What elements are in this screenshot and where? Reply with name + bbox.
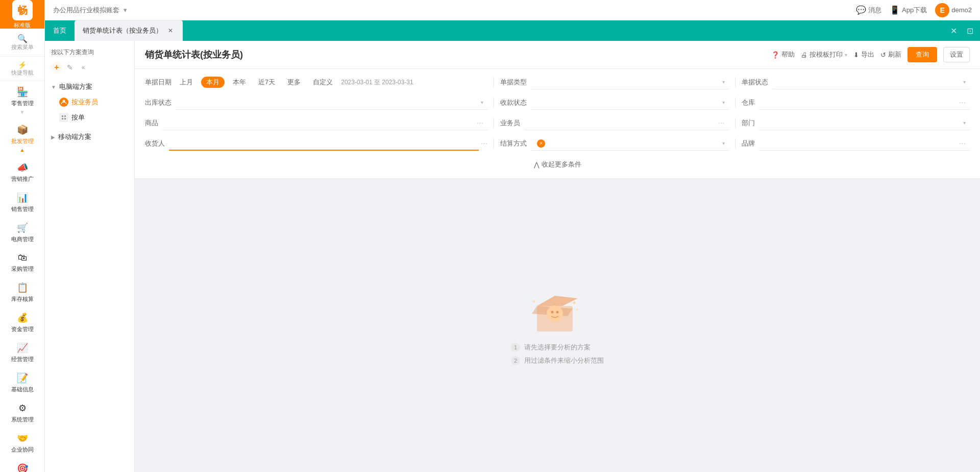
username: demo2 [951,6,972,14]
sidebar-item-inventory[interactable]: 📋 库存核算 [0,277,44,307]
sidebar-item-ecommerce[interactable]: 🛒 电商管理 [0,217,44,247]
date-option-thismonth[interactable]: 本月 [201,77,225,88]
date-label: 单据日期 [145,78,172,87]
sidebar-item-sales[interactable]: 📊 销售管理 [0,187,44,217]
collect-status-label: 收款状态 [500,98,527,107]
inventory-label: 库存核算 [11,295,34,303]
scheme-category-mobile[interactable]: ▶ 移动端方案 [45,129,134,145]
tabbar-actions: ✕ ⊡ [947,25,980,37]
svg-rect-4 [64,118,66,120]
corp-icon: 🤝 [17,433,28,444]
system-label: 系统管理 [11,416,34,423]
dept-control[interactable]: ▾ [759,116,970,130]
collapse-chevron: ⋀ [534,161,540,169]
date-option-thisyear[interactable]: 本年 [229,77,250,88]
collapse-btn[interactable]: ⋀ 收起更多条件 [145,157,970,172]
sep8 [735,138,736,149]
settle-control[interactable]: × ▾ [531,136,728,151]
sidebar-item-operation[interactable]: 📈 经营管理 [0,337,44,367]
message-btn[interactable]: 💬 消息 [856,5,881,15]
sidebar-item-basic[interactable]: 📝 基础信息 [0,367,44,397]
filter-settle: 结算方式 × ▾ [500,136,728,151]
warehouse-dots[interactable]: ··· [959,98,966,107]
help-btn[interactable]: ❓ 帮助 [771,50,795,59]
date-option-7days[interactable]: 近7天 [254,77,279,88]
print-label: 按模板打印 [810,50,843,59]
warehouse-control[interactable]: ··· [759,96,970,110]
empty-tips: 1 请先选择要分析的方案 2 用过滤条件来缩小分析范围 [511,343,604,365]
avatar: E [935,3,949,17]
sidebar-item-finance[interactable]: 💰 资金管理 [0,307,44,337]
scheme-add-btn[interactable]: + [51,62,62,73]
app-download-label: App下载 [902,6,927,15]
date-options: 上月 本月 本年 近7天 更多 自定义 2023-03-01 至 2023-03… [176,77,487,88]
sep2 [735,77,736,87]
date-option-lastmonth[interactable]: 上月 [176,77,197,88]
header-dropdown-arrow[interactable]: ▾ [124,6,127,14]
doc-status-control[interactable]: ▾ [772,75,970,89]
tab-close-window-btn[interactable]: ✕ [947,25,960,37]
system-icon: ⚙ [18,403,27,414]
filter-dept: 部门 ▾ [742,116,970,130]
filter-receiver: 收货人 ··· [145,136,487,151]
filter-row-4: 收货人 ··· 结算方式 × ▾ 品牌 [145,136,970,151]
tab-sales-stat[interactable]: 销货单统计表（按业务员） ✕ [75,20,183,41]
tab-home[interactable]: 首页 [45,20,75,41]
print-btn[interactable]: 🖨 按模板打印 ▾ [801,50,847,59]
scheme-category-mobile-label: 移动端方案 [58,132,91,141]
settle-clear-btn[interactable]: × [537,139,545,148]
scheme-sub-order[interactable]: 按单 [45,110,134,125]
sidebar-item-system[interactable]: ⚙ 系统管理 [0,397,44,428]
scheme-edit-btn[interactable]: ✎ [64,62,76,73]
sidebar-item-wholesale[interactable]: 📦 批发管理 ▲ [0,119,44,157]
goods-dots[interactable]: ··· [477,119,483,128]
page-header: 销货单统计表(按业务员) ❓ 帮助 🖨 按模板打印 ▾ ⬇ 导出 [135,41,980,69]
query-btn[interactable]: 查询 [908,47,937,62]
sidebar-quick-nav[interactable]: ⚡ 快捷导航 [0,57,44,81]
ecommerce-label: 电商管理 [11,235,34,243]
collect-status-control[interactable]: ▾ [531,96,728,110]
tab-close-btn[interactable]: ✕ [166,27,175,35]
export-btn[interactable]: ⬇ 导出 [853,50,874,59]
sidebar-item-purchase[interactable]: 🛍 采购管理 [0,247,44,277]
scheme-category-desktop[interactable]: ▼ 电脑端方案 [45,79,134,95]
sidebar-item-retail[interactable]: 🏪 零售管理 ▼ [0,81,44,119]
refresh-btn[interactable]: ↺ 刷新 [880,50,901,59]
sidebar-search[interactable]: 🔍 搜索菜单 [0,29,44,57]
date-option-more[interactable]: 更多 [283,77,305,88]
brand-label: 品牌 [742,139,755,148]
topbar-left: 办公用品行业模拟账套 ▾ [53,6,127,15]
scheme-collapse-btn[interactable]: « [78,62,89,73]
user-info[interactable]: E demo2 [935,3,972,17]
scheme-sub-salesman[interactable]: 按业务员 [45,95,134,110]
sidebar-item-newbie[interactable]: 🎯 新手引导 [0,458,44,472]
salesman-control[interactable]: ··· [524,116,728,130]
receiver-input[interactable] [169,136,479,151]
tab-maximize-btn[interactable]: ⊡ [964,25,976,37]
scheme-header: 按以下方案查询 [45,45,134,60]
svg-text:✦: ✦ [575,308,579,312]
scheme-section-desktop: ▼ 电脑端方案 按业务员 按单 [45,77,134,127]
sep3 [494,98,494,108]
svg-text:✦: ✦ [532,299,536,304]
doc-type-arrow: ▾ [722,79,725,85]
settle-label: 结算方式 [500,139,527,148]
filter-date: 单据日期 上月 本月 本年 近7天 更多 自定义 2023-03-01 至 20… [145,77,487,88]
brand-control[interactable]: ··· [759,136,970,151]
out-status-control[interactable]: ▾ [176,96,487,110]
settings-btn[interactable]: 设置 [943,47,970,62]
sidebar-item-marketing[interactable]: 📣 营销推广 [0,157,44,187]
wholesale-chevron: ▲ [20,147,25,153]
brand-dots[interactable]: ··· [959,139,966,148]
scheme-sub-order-label: 按单 [71,113,85,122]
logo-icon: 畅 [17,4,28,17]
receiver-label: 收货人 [145,139,165,148]
doc-type-control[interactable]: ▾ [531,75,728,89]
app-download-btn[interactable]: 📱 App下载 [890,5,927,15]
main-area: 办公用品行业模拟账套 ▾ 💬 消息 📱 App下载 E demo2 首页 [45,0,980,472]
date-option-custom[interactable]: 自定义 [309,77,337,88]
salesman-dots[interactable]: ··· [718,119,724,128]
sidebar-item-corp[interactable]: 🤝 企业协同 [0,428,44,458]
receiver-dots[interactable]: ··· [481,139,487,148]
goods-control[interactable]: ··· [162,116,487,130]
